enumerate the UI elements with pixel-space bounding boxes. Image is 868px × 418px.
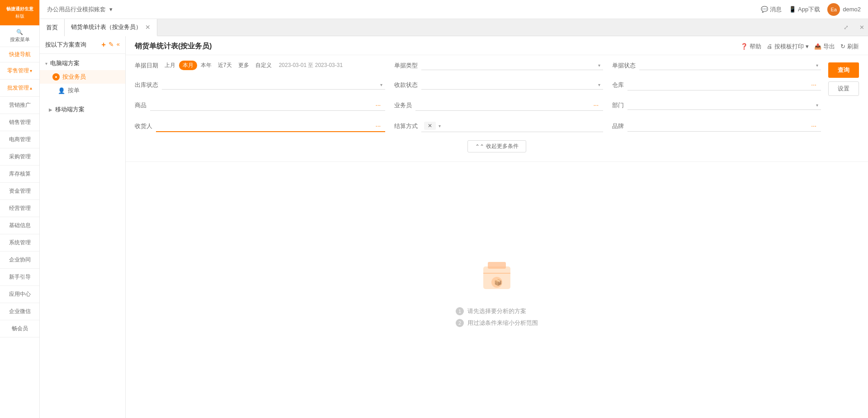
sidebar-item-member[interactable]: 畅会员 — [0, 320, 39, 337]
date-filter-controls: 上月 本月 本年 近7天 更多 自定义 2023-03-01 至 2023-03… — [162, 61, 385, 70]
dept-select[interactable]: ▾ — [627, 101, 821, 110]
breadcrumb-dropdown-icon[interactable]: ▾ — [109, 6, 113, 13]
print-btn[interactable]: 🖨 按模板打印 ▾ — [767, 43, 809, 51]
filter-payment: 结算方式 ✕ ▾ — [394, 120, 603, 132]
action-buttons: 查询 设置 — [828, 61, 859, 96]
date-tab-custom[interactable]: 自定义 — [253, 61, 274, 70]
sidebar-logo[interactable]: 畅捷通好生意 标版 — [0, 0, 39, 25]
sidebar-item-newbie[interactable]: 新手引导 — [0, 269, 39, 286]
sidebar-item-inventory[interactable]: 库存核算 — [0, 166, 39, 183]
sidebar-item-operations[interactable]: 经营管理 — [0, 200, 39, 217]
retail-arrow-icon: ▾ — [30, 68, 32, 73]
date-tab-7days[interactable]: 近7天 — [215, 61, 235, 70]
sidebar-item-system[interactable]: 系统管理 — [0, 234, 39, 252]
salesperson-dots[interactable]: ··· — [591, 101, 600, 109]
hint-2-text: 用过滤条件来缩小分析范围 — [467, 319, 538, 327]
collapse-btn[interactable]: ⌃⌃ 收起更多条件 — [467, 140, 526, 152]
help-btn[interactable]: ❓ 帮助 — [741, 43, 761, 51]
refresh-icon: ↻ — [840, 43, 845, 50]
tab-close-icon[interactable]: ✕ — [145, 24, 151, 31]
sidebar-item-purchase[interactable]: 采购管理 — [0, 148, 39, 166]
brand-dots[interactable]: ··· — [809, 122, 818, 129]
sidebar-search[interactable]: 🔍 搜索菜单 — [0, 25, 39, 47]
doc-type-select[interactable]: ▾ — [421, 61, 603, 70]
tab-home[interactable]: 首页 — [40, 19, 65, 36]
filter-doc-status: 单据状态 ▾ — [612, 61, 821, 70]
out-status-select[interactable]: ▾ — [162, 81, 385, 90]
edit-scheme-icon[interactable]: ✎ — [108, 41, 114, 49]
sidebar-item-ecommerce[interactable]: 电商管理 — [0, 131, 39, 148]
refresh-btn[interactable]: ↻ 刷新 — [840, 43, 859, 51]
date-tab-this-month[interactable]: 本月 — [179, 61, 197, 70]
desktop-section-header[interactable]: ▾ 电脑端方案 — [40, 57, 125, 70]
receiver-dots[interactable]: ··· — [374, 122, 383, 129]
doc-status-select[interactable]: ▾ — [639, 61, 821, 70]
payment-select[interactable]: ▾ — [439, 124, 441, 128]
mobile-section-header[interactable]: ▶ 移动端方案 — [40, 103, 125, 116]
basic-label: 基础信息 — [9, 222, 31, 228]
sidebar-item-apps[interactable]: 应用中心 — [0, 286, 39, 303]
left-panel-icons: + ✎ « — [101, 41, 120, 49]
payment-tag-close[interactable]: ✕ — [428, 123, 432, 129]
goods-input-area[interactable]: ··· — [150, 100, 385, 111]
filter-goods: 商品 ··· — [135, 100, 385, 111]
receiver-input-area[interactable]: ··· — [156, 120, 385, 132]
sidebar-item-basic[interactable]: 基础信息 — [0, 217, 39, 234]
filter-receipt-status: 收款状态 ▾ — [394, 81, 603, 90]
filter-brand: 品牌 ··· — [612, 120, 821, 132]
add-scheme-icon[interactable]: + — [101, 41, 105, 49]
sidebar-item-enterprise[interactable]: 企业协同 — [0, 252, 39, 269]
sidebar-item-finance[interactable]: 资金管理 — [0, 183, 39, 200]
date-tab-this-year[interactable]: 本年 — [198, 61, 214, 70]
user-avatar[interactable]: Ea demo2 — [827, 3, 861, 16]
section-expand-icon: ▾ — [45, 61, 47, 66]
tab-sales-report[interactable]: 销货单统计表（按业务员） ✕ — [65, 19, 157, 36]
settings-button[interactable]: 设置 — [828, 81, 859, 96]
date-tab-more[interactable]: 更多 — [236, 61, 252, 70]
date-tabs: 上月 本月 本年 近7天 更多 自定义 — [162, 61, 274, 70]
message-label: 消息 — [770, 5, 782, 14]
sidebar-item-wholesale[interactable]: 批发管理 ▴ — [0, 80, 39, 97]
app-download-btn[interactable]: 📱 App下载 — [789, 5, 820, 14]
filter-row-3: 商品 ··· 业务员 ··· — [135, 100, 821, 111]
brand-input-area[interactable]: ··· — [627, 120, 821, 132]
empty-illustration: 📦 — [474, 253, 519, 298]
tab-maximize-btn[interactable]: ⤢ — [838, 24, 854, 31]
scheme-salesperson[interactable]: ● 按业务员 — [40, 70, 125, 84]
sidebar-item-wechat[interactable]: 企业微信 — [0, 303, 39, 320]
sidebar-item-sales[interactable]: 销售管理 — [0, 114, 39, 131]
tab-close-window-btn[interactable]: ✕ — [856, 24, 868, 31]
filter-salesperson: 业务员 ··· — [394, 100, 603, 111]
newbie-label: 新手引导 — [9, 274, 31, 280]
salesperson-input-area[interactable]: ··· — [415, 100, 603, 111]
warehouse-input-area[interactable]: ··· — [627, 79, 821, 90]
message-btn[interactable]: 💬 消息 — [761, 5, 782, 14]
header-left: 办公用品行业模拟账套 ▾ — [47, 5, 113, 14]
date-tab-last-month[interactable]: 上月 — [162, 61, 178, 70]
collapse-label: 收起更多条件 — [486, 142, 519, 150]
warehouse-dots[interactable]: ··· — [809, 81, 818, 88]
receipt-status-select[interactable]: ▾ — [421, 81, 603, 90]
sidebar-item-marketing[interactable]: 营销推广 — [0, 97, 39, 114]
goods-label: 商品 — [135, 101, 146, 109]
goods-dots[interactable]: ··· — [374, 101, 383, 109]
doc-status-label: 单据状态 — [612, 62, 636, 70]
filter-receiver: 收货人 ··· — [135, 120, 385, 132]
member-label: 畅会员 — [12, 325, 28, 332]
filter-warehouse: 仓库 ··· — [612, 79, 821, 90]
page-title: 销货单统计表(按业务员) — [135, 42, 212, 51]
export-btn[interactable]: 📤 导出 — [814, 43, 835, 51]
print-label: 按模板打印 — [774, 43, 804, 51]
print-dropdown-icon: ▾ — [806, 43, 809, 50]
app-label: App下载 — [798, 5, 820, 14]
export-label: 导出 — [823, 43, 835, 51]
receiver-label: 收货人 — [135, 122, 152, 130]
scheme-by-order[interactable]: 👤 按单 — [40, 84, 125, 97]
header-right: 💬 消息 📱 App下载 Ea demo2 — [761, 3, 861, 16]
collapse-panel-icon[interactable]: « — [117, 41, 120, 49]
payment-tag: ✕ — [424, 122, 436, 130]
sidebar-quick-nav[interactable]: 快捷导航 — [0, 47, 39, 62]
query-button[interactable]: 查询 — [828, 62, 859, 78]
main-area: 办公用品行业模拟账套 ▾ 💬 消息 📱 App下载 Ea demo2 首页 销货… — [40, 0, 868, 418]
sidebar-item-retail[interactable]: 零售管理 ▾ — [0, 62, 39, 80]
